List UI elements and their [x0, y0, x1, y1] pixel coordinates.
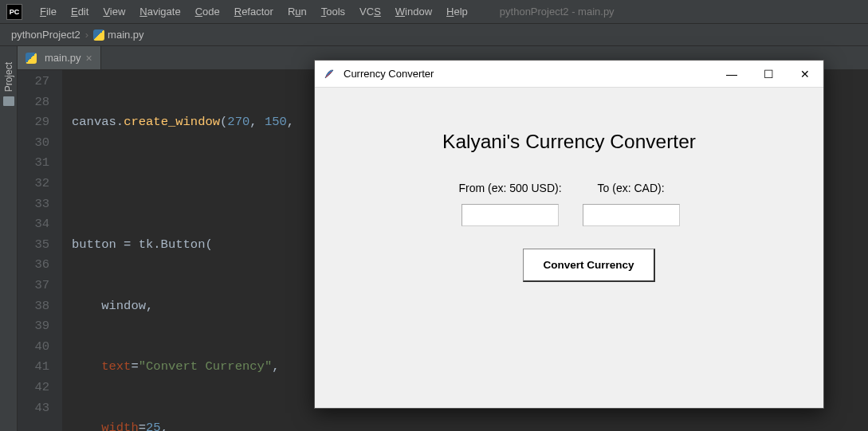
close-button[interactable]: ✕: [787, 61, 823, 88]
menu-vcs[interactable]: VCS: [353, 2, 387, 21]
menu-navigate[interactable]: Navigate: [133, 2, 187, 21]
python-file-icon: [93, 29, 104, 41]
breadcrumb-file[interactable]: main.py: [93, 29, 144, 41]
breadcrumb-project[interactable]: pythonProject2: [11, 29, 81, 41]
tab-label: main.py: [45, 52, 81, 64]
menubar: PC File Edit View Navigate Code Refactor…: [0, 0, 868, 24]
minimize-button[interactable]: —: [713, 61, 750, 88]
from-input[interactable]: [461, 204, 559, 226]
menu-help[interactable]: Help: [440, 2, 474, 21]
tk-feather-icon: [323, 68, 336, 80]
tk-window-title: Currency Converter: [344, 68, 713, 80]
menu-run[interactable]: Run: [281, 2, 313, 21]
menu-edit[interactable]: Edit: [65, 2, 95, 21]
tk-fields: From (ex: 500 USD): To (ex: CAD):: [458, 182, 679, 226]
menu-tools[interactable]: Tools: [315, 2, 352, 21]
gutter: 27 28 29 30 31 32 33 34 35 36 37 38 39 4…: [18, 70, 62, 431]
from-field-group: From (ex: 500 USD):: [458, 182, 561, 226]
window-title: pythonProject2 - main.py: [500, 6, 615, 18]
maximize-button[interactable]: ☐: [750, 61, 787, 88]
to-label: To (ex: CAD):: [598, 182, 665, 194]
app-heading: Kalyani's Currency Converter: [442, 131, 696, 153]
tab-main-py[interactable]: main.py ×: [18, 46, 101, 69]
menu-view[interactable]: View: [96, 2, 132, 21]
code-content[interactable]: canvas.create_window(270, 150, button = …: [62, 70, 294, 431]
menu-refactor[interactable]: Refactor: [228, 2, 280, 21]
project-tool-strip[interactable]: Project: [0, 46, 18, 431]
convert-button[interactable]: Convert Currency: [523, 249, 654, 282]
folder-icon: [3, 96, 14, 106]
project-tool-label: Project: [3, 62, 14, 92]
close-icon[interactable]: ×: [86, 52, 92, 65]
chevron-right-icon: ›: [85, 29, 88, 41]
tk-titlebar[interactable]: Currency Converter — ☐ ✕: [315, 61, 823, 88]
to-field-group: To (ex: CAD):: [583, 182, 680, 226]
pycharm-logo-icon: PC: [6, 4, 22, 20]
tk-window: Currency Converter — ☐ ✕ Kalyani's Curre…: [314, 60, 824, 409]
python-file-icon: [26, 53, 37, 64]
breadcrumb: pythonProject2 › main.py: [0, 24, 868, 46]
menu-window[interactable]: Window: [389, 2, 438, 21]
menu-code[interactable]: Code: [189, 2, 226, 21]
menu-file[interactable]: File: [33, 2, 63, 21]
from-label: From (ex: 500 USD):: [458, 182, 561, 194]
to-input[interactable]: [583, 204, 680, 226]
tk-body: Kalyani's Currency Converter From (ex: 5…: [315, 88, 823, 408]
